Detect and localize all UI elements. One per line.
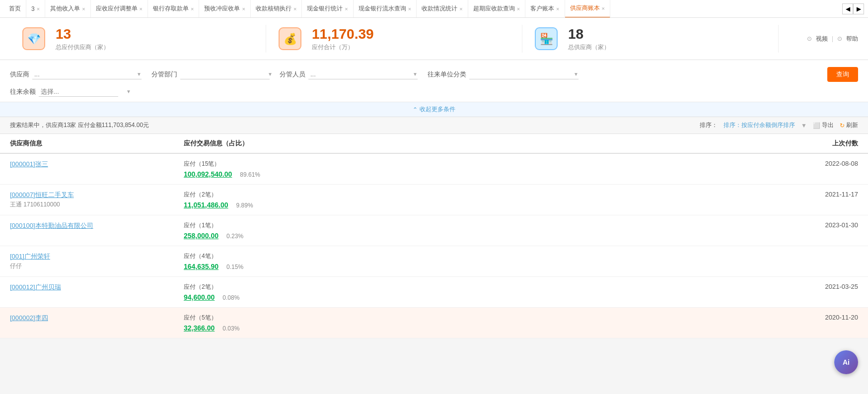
supplier-input[interactable] <box>32 69 137 79</box>
supplier-dropdown-arrow[interactable]: ▼ <box>137 71 142 77</box>
close-icon[interactable]: × <box>345 6 348 12</box>
tx-info-1: 11,051,486.00 9.89% <box>184 201 759 209</box>
nav-tab-collection-label: 收款核销执行 <box>256 4 291 13</box>
payable-suppliers-value: 13 <box>56 26 109 43</box>
filter-row-1: 供应商 ▼ 分管部门 ▼ 分管人员 ▼ 往来单位分类 ▼ <box>10 67 858 82</box>
nav-tab-3[interactable]: 3 × <box>26 0 45 18</box>
nav-tab-customer-ledger[interactable]: 客户账本 × <box>525 0 565 18</box>
nav-tab-cash-bank-flow[interactable]: 现金银行流水查询 × <box>354 0 417 18</box>
person-input[interactable] <box>308 69 413 79</box>
dept-dropdown[interactable]: ▼ <box>180 69 270 79</box>
last-date-1: 2021-11-17 <box>825 191 859 198</box>
tx-info-3: 164,635.90 0.15% <box>184 263 759 270</box>
nav-tab-prepayment-label: 预收冲应收单 <box>204 4 240 13</box>
close-icon[interactable]: × <box>242 6 245 12</box>
collapse-button[interactable]: ⌃ 收起更多条件 <box>0 102 868 117</box>
transaction-info-2: 应付（1笔） 258,000.00 0.23% <box>184 221 759 240</box>
sort-label: 排序： <box>700 121 718 130</box>
supplier-name-link-4[interactable]: [000012]广州贝瑞 <box>10 283 184 292</box>
nav-tab-overdue[interactable]: 超期应收款查询 × <box>468 0 525 18</box>
search-button[interactable]: 查询 <box>827 67 858 82</box>
col-header-transaction: 应付交易信息（占比） <box>184 139 759 148</box>
table-row: [000002]李四 应付（5笔） 32,366.00 0.03% 2020-1… <box>0 308 868 338</box>
tx-amount-4[interactable]: 94,600.00 <box>184 293 215 301</box>
dept-input[interactable] <box>180 69 268 79</box>
dept-dropdown-arrow[interactable]: ▼ <box>268 71 273 77</box>
supplier-name-link-3[interactable]: [001]广州荣轩 <box>10 252 184 261</box>
nav-tab-supplier-ledger[interactable]: 供应商账本 × <box>565 0 610 18</box>
payable-suppliers-icon: 💎 <box>20 25 48 53</box>
close-icon[interactable]: × <box>459 6 462 12</box>
last-payment-5: 2020-11-20 <box>759 314 858 321</box>
refresh-icon: ↻ <box>840 122 845 129</box>
tx-amount-5[interactable]: 32,366.00 <box>184 324 215 332</box>
col-header-last-payment: 上次付数 <box>759 139 858 148</box>
nav-tab-prepayment[interactable]: 预收冲应收单 × <box>199 0 250 18</box>
nav-tab-cash-bank-stat[interactable]: 现金银行统计 × <box>302 0 353 18</box>
nav-tab-ar-ap-adjust[interactable]: 应收应付调整单 × <box>91 0 148 18</box>
table-row: [000001]张三 应付（15笔） 100,092,540.00 89.61%… <box>0 154 868 185</box>
tx-amount-0[interactable]: 100,092,540.00 <box>184 170 232 178</box>
supplier-name-link-1[interactable]: [000007]恒旺二手叉车 <box>10 191 184 199</box>
refresh-button[interactable]: ↻ 刷新 <box>840 121 858 130</box>
tx-percent-1: 9.89% <box>236 202 253 209</box>
balance-dropdown-arrow[interactable]: ▼ <box>126 89 131 94</box>
tx-amount-2[interactable]: 258,000.00 <box>184 232 218 240</box>
supplier-info-4: [000012]广州贝瑞 <box>10 283 184 292</box>
nav-tab-collection[interactable]: 收款核销执行 × <box>251 0 302 18</box>
last-payment-2: 2023-01-30 <box>759 221 858 229</box>
balance-input[interactable] <box>39 87 126 96</box>
tx-percent-4: 0.08% <box>222 294 239 301</box>
close-icon[interactable]: × <box>37 6 40 12</box>
person-dropdown[interactable]: ▼ <box>308 69 418 79</box>
summary-card-payable-suppliers-content: 13 总应付供应商（家） <box>56 26 109 52</box>
nav-prev-button[interactable]: ◀ <box>842 3 853 14</box>
supplier-info-3: [001]广州荣轩 仔仔 <box>10 252 184 270</box>
supplier-name-link-0[interactable]: [000001]张三 <box>10 160 184 169</box>
category-input[interactable] <box>469 69 574 79</box>
supplier-name-link-5[interactable]: [000002]李四 <box>10 314 184 323</box>
video-icon: ⊙ <box>807 35 812 42</box>
nav-tab-ar-ap-adjust-label: 应收应付调整单 <box>96 4 138 13</box>
video-link[interactable]: 视频 <box>816 35 828 43</box>
filter-row-2: 往来余额 ▼ <box>10 87 858 97</box>
category-dropdown-arrow[interactable]: ▼ <box>574 71 579 77</box>
nav-next-button[interactable]: ▶ <box>853 3 864 14</box>
close-icon[interactable]: × <box>191 6 194 12</box>
nav-tab-supplier-ledger-label: 供应商账本 <box>570 4 600 12</box>
close-icon[interactable]: × <box>140 6 143 12</box>
close-icon[interactable]: × <box>293 6 296 12</box>
nav-tab-other-income[interactable]: 其他收入单 × <box>45 0 90 18</box>
person-dropdown-arrow[interactable]: ▼ <box>413 71 418 77</box>
total-suppliers-label: 总供应商（家） <box>568 43 610 52</box>
close-icon[interactable]: × <box>82 6 85 12</box>
close-icon[interactable]: × <box>517 6 520 12</box>
transaction-info-3: 应付（4笔） 164,635.90 0.15% <box>184 252 759 270</box>
sort-arrow-icon: ▼ <box>801 122 807 129</box>
sort-button[interactable]: 排序：按应付余额倒序排序 <box>723 121 795 130</box>
tx-amount-1[interactable]: 11,051,486.00 <box>184 201 228 209</box>
close-icon[interactable]: × <box>602 5 605 11</box>
tx-info-5: 32,366.00 0.03% <box>184 324 759 332</box>
close-icon[interactable]: × <box>408 6 411 12</box>
total-suppliers-value: 18 <box>568 26 610 43</box>
tx-amount-3[interactable]: 164,635.90 <box>184 263 218 270</box>
supplier-name-link-2[interactable]: [000100]本特勤油品有限公司 <box>10 221 184 230</box>
export-button[interactable]: ⬜ 导出 <box>813 121 834 130</box>
balance-dropdown[interactable]: ▼ <box>39 87 118 97</box>
supplier-dropdown[interactable]: ▼ <box>32 69 142 79</box>
table-row: [000100]本特勤油品有限公司 应付（1笔） 258,000.00 0.23… <box>0 215 868 246</box>
close-icon[interactable]: × <box>556 6 559 12</box>
person-filter: 分管人员 ▼ <box>280 69 418 79</box>
nav-tab-home[interactable]: 首页 <box>4 0 26 18</box>
category-dropdown[interactable]: ▼ <box>469 69 579 79</box>
tx-info-2: 258,000.00 0.23% <box>184 232 759 240</box>
summary-card-total-suppliers-content: 18 总供应商（家） <box>568 26 610 52</box>
nav-tab-collection-stat[interactable]: 收款情况统计 × <box>417 0 468 18</box>
tx-label-0: 应付（15笔） <box>184 160 759 168</box>
refresh-label: 刷新 <box>846 121 858 130</box>
data-table: 供应商信息 应付交易信息（占比） 上次付数 [000001]张三 应付（15笔）… <box>0 134 868 338</box>
help-link[interactable]: 帮助 <box>846 35 858 43</box>
nav-tab-bank-deposit[interactable]: 银行存取款单 × <box>148 0 199 18</box>
tx-percent-2: 0.23% <box>226 233 243 240</box>
